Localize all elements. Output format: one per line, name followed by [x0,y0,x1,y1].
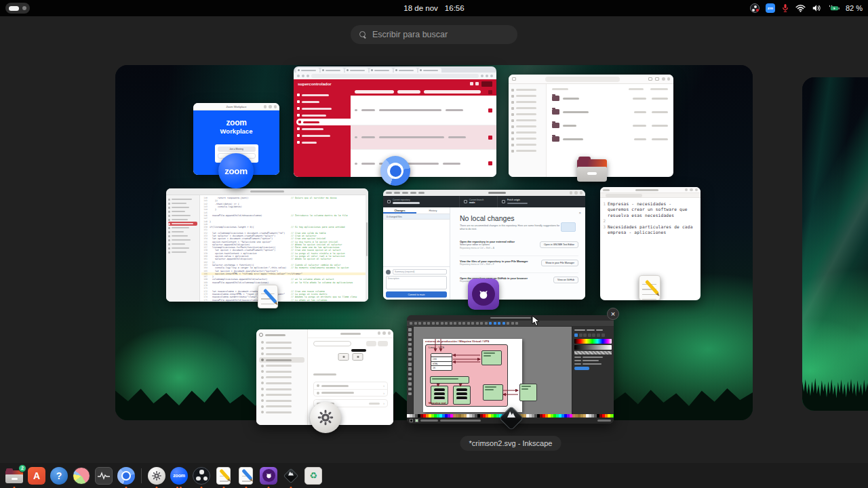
sidebar-item[interactable] [294,112,351,119]
dock-item-settings[interactable] [148,467,165,485]
row-delete-icon[interactable] [488,161,492,165]
address-bar[interactable] [311,74,479,78]
monitor-1[interactable] [338,353,349,361]
view-toggle-icon[interactable] [655,77,659,81]
settings-row[interactable]: › [314,382,387,389]
monitor-2[interactable] [353,353,363,361]
settings-nav-item[interactable] [259,398,304,404]
suggestion-button[interactable]: View on GitHub [553,277,578,283]
files-sidebar-item[interactable] [511,111,543,117]
browser-tab[interactable] [418,68,441,73]
dock-item-chromium[interactable] [117,467,135,485]
files-sidebar[interactable] [509,84,547,177]
browser-tab[interactable] [394,68,417,73]
system-tray[interactable]: zm 82 % [750,0,863,16]
current-repository-button[interactable]: Current repository [383,196,460,207]
files-sidebar-item[interactable] [511,117,543,123]
description-input[interactable]: Description [386,276,447,289]
current-branch-button[interactable]: Current branchmain [460,196,498,207]
notes-text-area[interactable]: 1 Empresas - necesidades - queremos crea… [600,198,701,235]
browser-tab[interactable] [296,68,319,73]
sidebar-toggle-icon[interactable] [512,77,516,81]
browser-tab[interactable] [321,68,344,73]
dismiss-icon[interactable]: × [578,211,581,215]
dock-item-system-monitor[interactable] [95,467,113,485]
settings-row[interactable]: › [314,389,387,396]
tab-history[interactable]: History [416,207,450,214]
settings-nav-item[interactable] [259,392,304,398]
changed-files-row[interactable]: 0 changed files [383,214,450,220]
dock-item-trash[interactable]: ♻ [304,467,322,485]
github-menubar[interactable] [383,190,585,196]
hue-gradient-bar[interactable] [574,339,612,344]
search-icon[interactable] [259,333,263,337]
table-row[interactable] [351,96,496,125]
dock-item-zoom[interactable]: zoom [170,467,188,485]
files-sidebar-item[interactable] [511,136,543,142]
settings-nav-item[interactable] [259,380,304,386]
sidebar-item[interactable] [294,92,351,98]
settings-nav-item[interactable] [259,369,304,375]
settings-nav-item[interactable] [259,409,304,415]
clock-menu[interactable]: 18 de nov 16:56 [403,0,464,16]
header-action-icon[interactable] [470,82,473,85]
files-sidebar-item[interactable] [511,93,543,99]
forward-icon[interactable] [302,75,304,77]
commit-button[interactable]: Commit to main [386,291,447,298]
files-sidebar-item[interactable] [511,105,543,111]
dock-item-obs[interactable] [193,467,210,485]
dock-item-files[interactable]: 2 [5,467,23,485]
settings-nav-item[interactable] [259,340,304,346]
notes-tab[interactable] [606,194,642,197]
settings-nav-item-active[interactable] [259,357,304,363]
dock-item-inkscape[interactable] [282,467,300,485]
column-filter-input[interactable] [424,90,481,94]
settings-button[interactable] [366,341,376,346]
display-arrangement-widget[interactable] [308,348,393,367]
notes-tab-bar[interactable] [600,193,701,198]
tab-changes[interactable]: Changes [383,207,416,214]
reload-icon[interactable] [307,75,309,77]
grayscale-bar[interactable] [574,345,612,350]
window-controls[interactable] [685,188,698,192]
files-sidebar-item[interactable] [511,99,543,105]
path-bar[interactable] [545,77,620,82]
sidebar-item[interactable] [294,139,351,146]
folder-row[interactable] [552,119,668,132]
settings-nav-item[interactable] [259,404,304,410]
row-delete-icon[interactable] [488,108,492,113]
stroke-swatch[interactable] [415,419,418,422]
dock-item-help[interactable]: ? [50,467,68,485]
files-sidebar-item[interactable] [511,87,543,93]
settings-nav-item[interactable] [259,351,304,357]
menu-icon[interactable] [490,75,493,77]
search-input[interactable]: Escribir para buscar [351,25,517,44]
browser-tab[interactable] [345,68,368,73]
folder-row[interactable] [552,92,668,105]
table-row[interactable] [351,125,496,150]
settings-nav-item[interactable] [259,375,304,381]
dock-item-code-editor[interactable] [237,467,255,485]
column-filter-input[interactable] [355,90,394,94]
sidebar-item[interactable] [294,98,351,105]
folder-row[interactable] [552,105,668,119]
browser-tab-strip[interactable] [294,66,496,73]
apply-button[interactable] [574,367,589,370]
editor-file-tree[interactable] [166,195,200,302]
sidebar-item[interactable] [294,132,351,139]
files-sidebar-item[interactable] [511,123,543,129]
fill-stroke-panel[interactable] [572,327,614,414]
sidebar-item[interactable] [294,125,351,132]
window-controls[interactable] [662,77,670,81]
files-sidebar-item[interactable] [511,129,543,136]
sidebar-item-active[interactable] [296,119,351,125]
files-sidebar-item[interactable] [511,142,543,148]
back-icon[interactable] [297,75,300,77]
tree-item[interactable] [168,250,197,254]
join-meeting-button[interactable]: Join a Meeting [218,146,256,152]
fill-swatch[interactable] [410,419,413,422]
workspace-indicator-pill[interactable] [5,3,30,14]
window-close-button[interactable]: × [607,308,619,320]
files-sidebar-item[interactable] [511,148,543,154]
header-action-icon[interactable] [475,82,479,85]
